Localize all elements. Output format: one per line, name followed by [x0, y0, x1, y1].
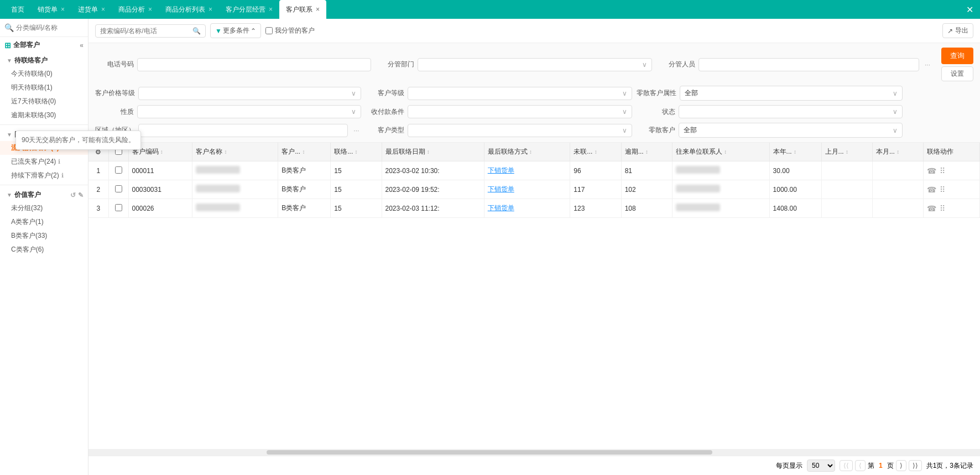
filter-price-level: 客户价格等级 ∨: [95, 87, 361, 100]
cell-action-1[interactable]: ☎ ⠿: [924, 180, 980, 199]
region-dots-icon[interactable]: ···: [351, 127, 361, 134]
last-page-button[interactable]: ⟩⟩: [909, 460, 922, 471]
close-sales-tab-icon[interactable]: ×: [61, 6, 65, 13]
cell-last-method-1[interactable]: 下销货单: [484, 180, 570, 199]
nav-tab-analysis-label: 商品分析: [118, 5, 145, 14]
th-uncontacted-label: 未联...: [574, 148, 592, 155]
sidebar-item-churned[interactable]: 已流失客户(24) ℹ: [0, 155, 88, 169]
th-name[interactable]: 客户名称: [192, 143, 278, 161]
settings-button[interactable]: 设置: [941, 66, 973, 81]
sidebar-item-ungrouped[interactable]: 未分组(32): [0, 201, 88, 215]
sidebar-item-declining[interactable]: 持续下滑客户(2) ℹ: [0, 169, 88, 182]
row-checkbox-1[interactable]: [115, 185, 122, 192]
th-uncontacted[interactable]: 未联...: [570, 143, 621, 161]
first-page-button[interactable]: ⟨⟨: [840, 460, 853, 471]
prev-page-button[interactable]: ⟨: [855, 460, 866, 471]
sidebar-item-overdue[interactable]: 逾期未联络(30): [0, 108, 88, 122]
action-more-icon-1[interactable]: ⠿: [940, 185, 945, 194]
sidebar-item-class-a[interactable]: A类客户(1): [0, 215, 88, 229]
query-button[interactable]: 查询: [941, 48, 973, 64]
action-phone-icon-2[interactable]: ☎: [927, 204, 936, 213]
cell-uncontacted-2: 123: [570, 199, 621, 218]
row-checkbox-2[interactable]: [115, 204, 122, 211]
horizontal-scrollbar[interactable]: [88, 449, 980, 456]
close-all-button[interactable]: ✕: [964, 2, 976, 17]
customer-level-select[interactable]: ∨: [408, 87, 632, 100]
search-input[interactable]: [100, 27, 190, 35]
cell-check-0[interactable]: [108, 161, 128, 180]
export-button[interactable]: ↗ 导出: [942, 23, 973, 38]
manager-dots-icon[interactable]: ···: [922, 61, 932, 69]
status-select[interactable]: ∨: [679, 105, 903, 118]
nav-tab-analysis-list[interactable]: 商品分析列表 ×: [159, 0, 219, 19]
nav-tab-purchase[interactable]: 进货单 ×: [71, 0, 112, 19]
payment-select[interactable]: ∨: [408, 105, 632, 118]
close-analysis-tab-icon[interactable]: ×: [148, 6, 152, 13]
th-last-date-label: 最后联络日期: [385, 148, 425, 155]
sidebar-group-pending[interactable]: ▼ 待联络客户: [0, 53, 88, 67]
row-checkbox-0[interactable]: [115, 166, 122, 174]
nav-tab-analysis[interactable]: 商品分析 ×: [112, 0, 159, 19]
action-phone-icon-1[interactable]: ☎: [927, 185, 936, 194]
manager-input[interactable]: [698, 58, 919, 71]
action-more-icon-2[interactable]: ⠿: [940, 204, 945, 213]
retail-select[interactable]: 全部 ∨: [679, 123, 903, 138]
action-phone-icon-0[interactable]: ☎: [927, 166, 936, 175]
page-size-select[interactable]: 50 100 200: [807, 460, 835, 472]
nav-tab-sales[interactable]: 销货单 ×: [31, 0, 71, 19]
more-conditions-button[interactable]: ▼ 更多条件 ⌃: [210, 23, 261, 38]
close-purchase-tab-icon[interactable]: ×: [101, 6, 105, 13]
cell-last-method-2[interactable]: 下销货单: [484, 199, 570, 218]
sidebar-item-tomorrow[interactable]: 明天待联络(1): [0, 81, 88, 95]
th-last-date[interactable]: 最后联络日期: [382, 143, 484, 161]
cell-uncontacted-1: 117: [570, 180, 621, 199]
sidebar-item-7days[interactable]: 近7天待联络(0): [0, 95, 88, 108]
table-footer: 每页显示 50 100 200 ⟨⟨ ⟨ 第 1 页 ⟩ ⟩⟩ 共1页，3条记录: [88, 456, 980, 475]
th-customer-type[interactable]: 客户...: [278, 143, 331, 161]
filter-retail: 零散客户 全部 ∨: [637, 123, 903, 138]
region-input[interactable]: [138, 124, 348, 137]
cell-last-method-0[interactable]: 下销货单: [484, 161, 570, 180]
th-contacts[interactable]: 联络...: [331, 143, 382, 161]
close-customer-contact-tab-icon[interactable]: ×: [316, 6, 320, 13]
th-overdue[interactable]: 逾期...: [621, 143, 672, 161]
retail-attr-select[interactable]: 全部 ∨: [680, 86, 903, 101]
th-year-amount[interactable]: 本年...: [769, 143, 821, 161]
edit-value-icon[interactable]: ✎: [78, 191, 84, 199]
th-last-month[interactable]: 上月...: [821, 143, 872, 161]
nav-tab-home[interactable]: 首页: [4, 0, 31, 19]
cell-action-2[interactable]: ☎ ⠿: [924, 199, 980, 218]
th-this-month[interactable]: 本月...: [872, 143, 923, 161]
table-container[interactable]: ⚙ 客户编码 客户名称 客户...: [88, 143, 980, 449]
cell-action-0[interactable]: ☎ ⠿: [924, 161, 980, 180]
nav-tab-customer-tier[interactable]: 客户分层经营 ×: [219, 0, 279, 19]
nature-select[interactable]: ∨: [137, 105, 361, 118]
close-customer-tier-tab-icon[interactable]: ×: [269, 6, 273, 13]
cell-check-1[interactable]: [108, 180, 128, 199]
next-page-button[interactable]: ⟩: [896, 460, 906, 471]
close-analysis-list-tab-icon[interactable]: ×: [208, 6, 212, 13]
th-contact-person[interactable]: 往来单位联系人: [672, 143, 769, 161]
th-action: 联络动作: [924, 143, 980, 161]
sidebar-search-icon[interactable]: 🔍: [4, 23, 14, 32]
price-level-select[interactable]: ∨: [138, 87, 361, 100]
collapse-icon[interactable]: «: [80, 41, 84, 49]
dept-select[interactable]: ∨: [418, 58, 651, 71]
nav-tab-customer-contact[interactable]: 客户联系 ×: [279, 0, 326, 19]
refresh-icon[interactable]: ↺: [70, 191, 76, 199]
customer-type-select[interactable]: ∨: [408, 124, 632, 137]
th-last-method[interactable]: 最后联络方式: [484, 143, 570, 161]
sidebar-item-today[interactable]: 今天待联络(0): [0, 67, 88, 81]
sidebar-group-value[interactable]: ▼ 价值客户 ↺ ✎: [0, 187, 88, 201]
sidebar-all-customers[interactable]: ⊞ 全部客户 «: [0, 37, 88, 53]
search-submit-icon[interactable]: 🔍: [192, 27, 201, 35]
total-records-label: 共1页，3条记录: [926, 461, 973, 471]
sidebar-item-class-c[interactable]: C类客户(6): [0, 243, 88, 257]
sidebar-item-class-b[interactable]: B类客户(33): [0, 229, 88, 243]
action-more-icon-0[interactable]: ⠿: [940, 166, 945, 175]
phone-input[interactable]: [137, 58, 371, 71]
customer-level-arrow-icon: ∨: [622, 90, 627, 97]
sidebar-search-input[interactable]: [16, 24, 88, 32]
cell-check-2[interactable]: [108, 199, 128, 218]
my-customers-checkbox[interactable]: [265, 27, 273, 34]
